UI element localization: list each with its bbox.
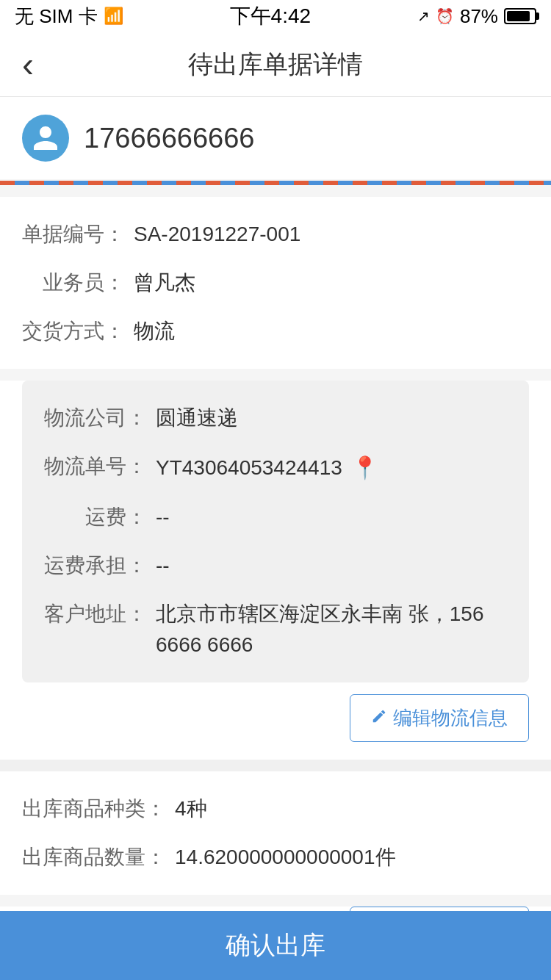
order-info-section: 单据编号： SA-20191227-001 业务员： 曾凡杰 交货方式： 物流 xyxy=(0,197,551,369)
goods-type-value: 4种 xyxy=(175,793,529,824)
delivery-row: 交货方式： 物流 xyxy=(22,316,529,347)
battery-fill xyxy=(507,11,530,21)
freight-label: 运费： xyxy=(44,502,147,533)
logistics-section: 物流公司： 圆通速递 物流单号： YT43064053424413 📍 运费： … xyxy=(22,381,529,682)
status-bar: 无 SIM 卡 📶 下午4:42 ↗ ⏰ 87% xyxy=(0,0,551,32)
edit-logistics-button[interactable]: 编辑物流信息 xyxy=(350,694,529,742)
logistics-wrapper: 物流公司： 圆通速递 物流单号： YT43064053424413 📍 运费： … xyxy=(0,381,551,760)
customer-header: 17666666666 xyxy=(0,97,551,179)
map-location-icon[interactable]: 📍 xyxy=(351,451,378,484)
address-label: 客户地址： xyxy=(44,599,147,630)
goods-type-label: 出库商品种类： xyxy=(22,793,166,824)
logistics-company-label: 物流公司： xyxy=(44,403,147,433)
order-no-row: 单据编号： SA-20191227-001 xyxy=(22,219,529,250)
salesman-row: 业务员： 曾凡杰 xyxy=(22,267,529,298)
freight-row: 运费： -- xyxy=(44,502,507,533)
alarm-icon: ⏰ xyxy=(436,7,454,25)
page-title: 待出库单据详情 xyxy=(188,48,363,82)
section-separator xyxy=(0,760,551,771)
location-status-icon: ↗ xyxy=(417,7,430,25)
tracking-no-text: YT43064053424413 xyxy=(156,453,342,483)
goods-quantity-label: 出库商品数量： xyxy=(22,842,166,873)
tracking-row: 物流单号： YT43064053424413 📍 xyxy=(44,451,507,484)
address-value: 北京市市辖区海淀区永丰南 张，156 6666 6666 xyxy=(156,599,507,660)
goods-section: 出库商品种类： 4种 出库商品数量： 14.620000000000001件 xyxy=(0,771,551,895)
delivery-value: 物流 xyxy=(134,316,529,347)
battery-indicator xyxy=(504,8,536,24)
confirm-button[interactable]: 确认出库 xyxy=(226,929,325,962)
delivery-label: 交货方式： xyxy=(22,316,125,347)
person-icon xyxy=(31,123,60,153)
address-row: 客户地址： 北京市市辖区海淀区永丰南 张，156 6666 6666 xyxy=(44,599,507,660)
goods-quantity-row: 出库商品数量： 14.620000000000001件 xyxy=(22,842,529,873)
freight-bearer-label: 运费承担： xyxy=(44,550,147,581)
goods-type-row: 出库商品种类： 4种 xyxy=(22,793,529,824)
status-time: 下午4:42 xyxy=(230,2,311,30)
carrier-text: 无 SIM 卡 xyxy=(15,4,98,29)
edit-icon xyxy=(371,707,387,729)
confirm-btn-wrapper: 确认出库 xyxy=(0,911,551,980)
status-right: ↗ ⏰ 87% xyxy=(417,5,536,28)
battery-text: 87% xyxy=(460,5,498,28)
logistics-company-value: 圆通速递 xyxy=(156,403,507,433)
salesman-value: 曾凡杰 xyxy=(134,267,529,298)
edit-logistics-label: 编辑物流信息 xyxy=(393,705,508,731)
freight-value: -- xyxy=(156,502,507,533)
status-left: 无 SIM 卡 📶 xyxy=(15,4,123,29)
nav-bar: ‹ 待出库单据详情 xyxy=(0,32,551,97)
freight-bearer-value: -- xyxy=(156,550,507,581)
logistics-company-row: 物流公司： 圆通速递 xyxy=(44,403,507,433)
edit-btn-container: 编辑物流信息 xyxy=(0,694,551,760)
salesman-label: 业务员： xyxy=(22,267,125,298)
tracking-value: YT43064053424413 📍 xyxy=(156,451,507,484)
freight-bearer-row: 运费承担： -- xyxy=(44,550,507,581)
order-no-label: 单据编号： xyxy=(22,219,125,250)
dashed-divider xyxy=(0,181,551,185)
goods-quantity-value: 14.620000000000001件 xyxy=(175,842,529,873)
order-no-value: SA-20191227-001 xyxy=(134,219,529,250)
customer-phone: 17666666666 xyxy=(84,123,254,154)
back-button[interactable]: ‹ xyxy=(22,44,66,84)
avatar xyxy=(22,115,69,162)
wifi-icon: 📶 xyxy=(104,7,123,26)
tracking-label: 物流单号： xyxy=(44,451,147,482)
